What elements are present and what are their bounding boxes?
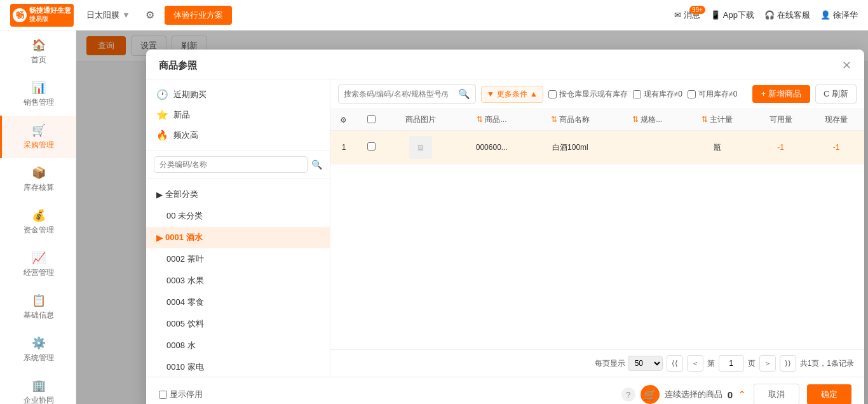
cat-appliance[interactable]: 0010 家电 xyxy=(146,356,330,377)
sidebar-item-inventory[interactable]: 📦 库存核算 xyxy=(0,158,76,201)
shopping-cart-icon: 🛒 xyxy=(641,385,660,404)
sidebar-label-finance: 资金管理 xyxy=(24,225,54,236)
app-sub: 捷易版 xyxy=(29,15,71,24)
per-page-wrap: 每页显示 50 10 20 100 xyxy=(595,356,663,371)
check-stock-input[interactable] xyxy=(633,90,641,98)
cat-all-label: 全部分类 xyxy=(165,189,198,200)
product-search-input[interactable] xyxy=(339,90,453,98)
right-panel: 🔍 ▼ 更多条件 ▲ 按仓库显示现有库存 xyxy=(330,79,864,377)
cat-all[interactable]: ▶ 全部分类 xyxy=(146,184,330,205)
online-service-btn[interactable]: 🎧 在线客服 xyxy=(764,10,810,21)
store-selector[interactable]: 日太阳膜 ▼ xyxy=(86,10,130,21)
page-prev-btn[interactable]: ＜ xyxy=(687,355,703,372)
tab-frequent[interactable]: 🔥 频次高 xyxy=(146,125,330,145)
sidebar-item-sales[interactable]: 📊 销售管理 xyxy=(0,73,76,116)
product-image: 🖼 xyxy=(409,136,432,159)
logo-icon: 畅 xyxy=(13,8,27,22)
cat-drink[interactable]: 0005 饮料 xyxy=(146,313,330,335)
col-name[interactable]: ⇅ 商品名称 xyxy=(527,109,613,131)
filter-icon: ▼ xyxy=(487,90,494,98)
sidebar-label-basics: 基础信息 xyxy=(24,310,54,321)
search-icon[interactable]: 🔍 xyxy=(311,159,322,170)
page-last-btn[interactable]: ⟩⟩ xyxy=(780,355,796,372)
cat-snack[interactable]: 0004 零食 xyxy=(146,292,330,313)
cat-water[interactable]: 0008 水 xyxy=(146,335,330,356)
cat-fruit[interactable]: 0003 水果 xyxy=(146,270,330,292)
sidebar-item-home[interactable]: 🏠 首页 xyxy=(0,30,76,73)
finance-icon: 💰 xyxy=(32,208,46,222)
col-spec[interactable]: ⇅ 规格... xyxy=(613,109,681,131)
modal-body: 🕐 近期购买 ⭐ 新品 🔥 频次高 xyxy=(146,79,864,377)
filter-arrow-icon: ▲ xyxy=(530,90,538,98)
cat-water-label: 0008 水 xyxy=(166,340,196,351)
table-row[interactable]: 1 🖼 000600... 白酒100ml xyxy=(330,131,864,165)
sidebar-item-operations[interactable]: 📈 经营管理 xyxy=(0,243,76,286)
image-icon: 🖼 xyxy=(417,144,424,151)
app-download-btn[interactable]: 📱 App下载 xyxy=(710,10,754,21)
check-stock-label[interactable]: 现有库存≠0 xyxy=(633,89,682,100)
messages-btn[interactable]: ✉ 消息 99+ xyxy=(674,10,700,21)
cancel-button[interactable]: 取消 xyxy=(754,384,799,404)
col-code[interactable]: ⇅ 商品... xyxy=(456,109,527,131)
check-available-label[interactable]: 可用库存≠0 xyxy=(688,89,737,100)
pagination: 每页显示 50 10 20 100 ⟨⟨ ＜ 第 页 xyxy=(330,349,864,377)
tab-new-product[interactable]: ⭐ 新品 xyxy=(146,105,330,125)
navbar-right: ✉ 消息 99+ 📱 App下载 🎧 在线客服 👤 徐泽华 xyxy=(674,10,858,21)
collapse-cart-icon[interactable]: ⌃ xyxy=(738,389,746,401)
sidebar-item-basics[interactable]: 📋 基础信息 xyxy=(0,286,76,328)
main-content: 查询 设置 刷新 商品参照 ✕ 🕐 xyxy=(76,30,868,404)
row-checkbox[interactable] xyxy=(367,142,376,151)
cell-name: 白酒100ml xyxy=(527,131,613,165)
category-search-bar: 🔍 xyxy=(146,151,330,178)
show-disabled-checkbox[interactable] xyxy=(159,391,167,399)
show-disabled-label[interactable]: 显示停用 xyxy=(159,389,203,400)
basics-icon: 📋 xyxy=(32,293,46,307)
check-warehouse-input[interactable] xyxy=(548,90,557,98)
sidebar-item-system[interactable]: ⚙️ 系统管理 xyxy=(0,328,76,371)
close-icon[interactable]: ✕ xyxy=(842,58,851,72)
cat-snack-label: 0004 零食 xyxy=(166,297,204,308)
product-reference-modal: 商品参照 ✕ 🕐 近期购买 ⭐ 新品 xyxy=(146,50,864,404)
user-avatar[interactable]: 👤 徐泽华 xyxy=(820,10,858,21)
add-product-btn[interactable]: + 新增商品 xyxy=(752,85,810,103)
check-available-input[interactable] xyxy=(688,90,696,98)
select-all-checkbox[interactable] xyxy=(367,115,376,123)
more-filter-btn[interactable]: ▼ 更多条件 ▲ xyxy=(481,86,543,103)
experience-btn[interactable]: 体验行业方案 xyxy=(165,6,232,25)
app-name: 畅捷通好生意 xyxy=(29,6,71,15)
tab-recent-buy[interactable]: 🕐 近期购买 xyxy=(146,84,330,105)
page-first-btn[interactable]: ⟨⟨ xyxy=(667,355,683,372)
refresh-btn[interactable]: C 刷新 xyxy=(815,84,857,104)
frequent-icon: 🔥 xyxy=(156,130,168,141)
help-icon[interactable]: ? xyxy=(621,387,635,401)
online-service-label: 在线客服 xyxy=(777,10,810,21)
modal-title: 商品参照 xyxy=(159,60,197,72)
sidebar-item-purchase[interactable]: 🛒 采购管理 xyxy=(0,116,76,158)
col-stock: 现存量 xyxy=(808,109,864,131)
cart-count: 0 xyxy=(728,389,733,400)
cell-index: 1 xyxy=(330,131,357,165)
cat-uncategorized[interactable]: 00 未分类 xyxy=(146,205,330,227)
cat-tea[interactable]: 0002 茶叶 xyxy=(146,248,330,270)
confirm-button[interactable]: 确定 xyxy=(807,384,851,404)
table-header: ⚙ 商品图片 ⇅ 商品... ⇅ 商品名称 xyxy=(330,109,864,131)
col-unit[interactable]: ⇅ 主计量 xyxy=(682,109,753,131)
operations-icon: 📈 xyxy=(32,251,46,265)
sort-icon-unit: ⇅ xyxy=(702,115,708,124)
cart-icon-wrap[interactable]: 🛒 xyxy=(641,385,660,404)
product-search-btn[interactable]: 🔍 xyxy=(453,88,475,100)
username-label: 徐泽华 xyxy=(833,10,858,21)
sidebar-item-finance[interactable]: 💰 资金管理 xyxy=(0,201,76,243)
category-search-input[interactable] xyxy=(154,156,308,173)
cat-fruit-label: 0003 水果 xyxy=(166,275,204,286)
per-page-select[interactable]: 50 10 20 100 xyxy=(628,356,663,371)
cat-liquor[interactable]: ▶ 0001 酒水 xyxy=(146,227,330,248)
check-warehouse-label[interactable]: 按仓库显示现有库存 xyxy=(548,89,628,100)
col-settings[interactable]: ⚙ xyxy=(330,109,357,131)
quick-tabs: 🕐 近期购买 ⭐ 新品 🔥 频次高 xyxy=(146,79,330,151)
settings-gear-icon[interactable]: ⚙ xyxy=(140,6,159,25)
tab-frequent-label: 频次高 xyxy=(173,130,198,141)
page-next-btn[interactable]: ＞ xyxy=(759,355,776,372)
sidebar-item-collab[interactable]: 🏢 企业协同 xyxy=(0,371,76,404)
page-input[interactable] xyxy=(719,355,744,372)
